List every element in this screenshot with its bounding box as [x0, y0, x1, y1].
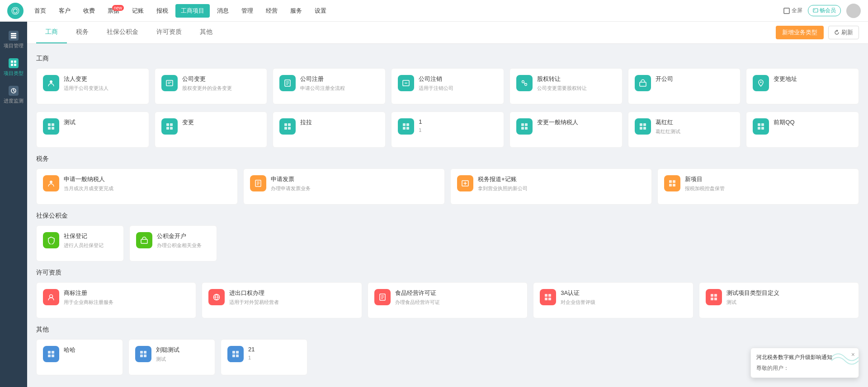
notification-wave-decor: [831, 348, 859, 366]
svg-rect-43: [525, 123, 528, 126]
svg-line-23: [524, 83, 525, 84]
card-shenqing-fapiao[interactable]: 申请发票 办理申请发票业务: [243, 168, 445, 205]
svg-rect-42: [521, 123, 524, 126]
card-faziren[interactable]: 法人变更 适用于公司变更法人: [36, 68, 149, 104]
content-area: 工商 法人变更 适用于公司变更法人 公司变更 股权变更外的业务变更: [27, 44, 868, 387]
sidebar-item-progress[interactable]: 进度监测: [0, 81, 27, 109]
svg-rect-81: [52, 351, 54, 354]
card-ceshi-type[interactable]: 测试项目类型目定义 测试: [699, 282, 859, 318]
card-1[interactable]: 1 1: [391, 112, 504, 148]
svg-rect-84: [140, 351, 143, 354]
card-ceshi[interactable]: 测试: [36, 112, 149, 148]
card-3a[interactable]: 3A认证 对企业信誉评级: [533, 282, 693, 318]
nav-service[interactable]: 服务: [285, 4, 307, 18]
main-content: 工商 税务 社保公积金 许可资质 其他 新增业务类型 刷新 工商: [27, 22, 868, 387]
svg-rect-24: [640, 82, 646, 86]
nav-ticket[interactable]: 票据 new: [102, 4, 125, 18]
svg-rect-79: [714, 298, 717, 300]
fullscreen-btn[interactable]: 全屏: [783, 7, 802, 14]
xuke-cards: 商标注册 用于企业商标注册服务 进出口权办理 适用于对外贸易经营者 食品经营: [36, 282, 859, 318]
svg-rect-7: [14, 61, 16, 63]
tab-qita[interactable]: 其他: [191, 22, 222, 43]
svg-rect-2: [814, 9, 815, 10]
svg-rect-26: [48, 123, 51, 126]
svg-rect-88: [232, 351, 235, 354]
shuiwu-jizh-icon: [457, 175, 473, 191]
card-shebao-dengji[interactable]: 社保登记 进行人员社保登记: [36, 225, 124, 261]
svg-rect-31: [170, 123, 173, 126]
svg-rect-75: [548, 298, 551, 300]
card-gongsi-biangeng[interactable]: 公司变更 股权变更外的业务变更: [155, 68, 268, 104]
tabs: 工商 税务 社保公积金 许可资质 其他: [36, 22, 222, 43]
new-type-button[interactable]: 新增业务类型: [776, 26, 824, 39]
shebao-icon: [43, 232, 59, 248]
svg-point-22: [524, 84, 527, 86]
shenqing-icon: [43, 175, 59, 191]
shebao-cards: 社保登记 进行人员社保登记 公积金开户 办理公积金相关业务: [36, 225, 217, 261]
card-gehonghong[interactable]: 葛红红 葛红红测试: [628, 112, 741, 148]
nav-customer[interactable]: 客户: [53, 4, 76, 18]
tab-gongshang[interactable]: 工商: [36, 22, 67, 43]
tab-xuke[interactable]: 许可资质: [147, 22, 191, 43]
card-biangeng-納稅[interactable]: 变更一般纳税人: [509, 112, 623, 148]
tab-shebao[interactable]: 社保公积金: [98, 22, 147, 43]
nav-manage[interactable]: 管理: [236, 4, 259, 18]
user-avatar[interactable]: [846, 4, 861, 18]
project-type-icon: [9, 58, 19, 68]
card-lala[interactable]: 拉拉: [273, 112, 386, 148]
svg-rect-76: [711, 294, 713, 297]
nav-tax[interactable]: 报税: [151, 4, 174, 18]
card-biangeng-dizhi[interactable]: 变更地址: [746, 68, 859, 104]
21-icon: [227, 346, 244, 362]
card-guquan[interactable]: 股权转让 公司变更需要股权转让: [509, 68, 623, 104]
sidebar-item-project-management[interactable]: 项目管理: [0, 26, 27, 54]
lala-icon: [279, 118, 296, 135]
biangeng-dizhi-icon: [753, 75, 769, 91]
nav-fee[interactable]: 收费: [78, 4, 100, 18]
tabs-actions: 新增业务类型 刷新: [776, 26, 859, 39]
gongshang-row1: 法人变更 适用于公司变更法人 公司变更 股权变更外的业务变更 公司注册: [36, 68, 859, 104]
nav-home[interactable]: 首页: [29, 4, 52, 18]
svg-rect-91: [236, 354, 239, 357]
card-qianqi-qq[interactable]: 前期QQ: [746, 112, 859, 148]
card-gongjijin[interactable]: 公积金开户 办理公积金相关业务: [129, 225, 217, 261]
card-liucong[interactable]: 刘聪测试 测试: [128, 339, 215, 375]
gehonghong-icon: [635, 118, 651, 135]
card-haha[interactable]: 哈哈: [36, 339, 123, 375]
svg-rect-90: [232, 354, 235, 357]
card-gongsi-zhuce[interactable]: 公司注册 申请公司注册全流程: [273, 68, 386, 104]
nav-settings[interactable]: 设置: [309, 4, 332, 18]
gongsi-zhuxiao-icon: [398, 75, 414, 91]
new-badge: new: [112, 5, 124, 11]
svg-rect-4: [11, 35, 16, 37]
shangbiao-icon: [43, 289, 59, 305]
card-kai-gongsi[interactable]: 开公司: [628, 68, 741, 104]
card-gongsi-zhuxiao[interactable]: 公司注销 适用于注销公司: [391, 68, 504, 104]
sidebar-label-progress: 进度监测: [4, 98, 24, 104]
refresh-button[interactable]: 刷新: [828, 26, 859, 39]
member-button[interactable]: 畅会员: [808, 5, 841, 17]
nav-message[interactable]: 消息: [212, 4, 234, 18]
card-xin-xiangmu[interactable]: 新项目 报税加税控盘保管: [657, 168, 859, 205]
svg-rect-49: [643, 127, 646, 130]
card-21[interactable]: 21 1: [221, 339, 307, 375]
nav-operation[interactable]: 经营: [260, 4, 283, 18]
card-shangbiao[interactable]: 商标注册 用于企业商标注册服务: [36, 282, 196, 318]
svg-rect-46: [640, 123, 642, 126]
card-shenqing-nàshuì[interactable]: 申请一般纳税人 当月或次月成变更完成: [36, 168, 238, 205]
tabs-bar: 工商 税务 社保公积金 许可资质 其他 新增业务类型 刷新: [27, 22, 868, 44]
svg-rect-1: [813, 9, 818, 12]
qita-cards: 哈哈 刘聪测试 测试 21 1: [36, 339, 307, 375]
nav-bookkeeping[interactable]: 记账: [127, 4, 149, 18]
card-shipin[interactable]: 食品经营许可证 办理食品经营许可证: [368, 282, 528, 318]
card-biangeng[interactable]: 变更: [155, 112, 268, 148]
svg-rect-86: [140, 354, 143, 357]
sidebar-item-project-type[interactable]: 项目类型: [0, 54, 27, 81]
card-jinchukou[interactable]: 进出口权办理 适用于对外贸易经营者: [202, 282, 362, 318]
progress-icon: [9, 86, 19, 96]
card-shuiwu-jizh[interactable]: 税务报道+记账 拿到营业执照的新公司: [450, 168, 652, 205]
fapiao-icon: [250, 175, 266, 191]
tab-shuiwu[interactable]: 税务: [67, 22, 98, 43]
nav-business[interactable]: 工商项目: [175, 4, 210, 18]
gongshang-row2: 测试 变更 拉拉: [36, 112, 859, 148]
